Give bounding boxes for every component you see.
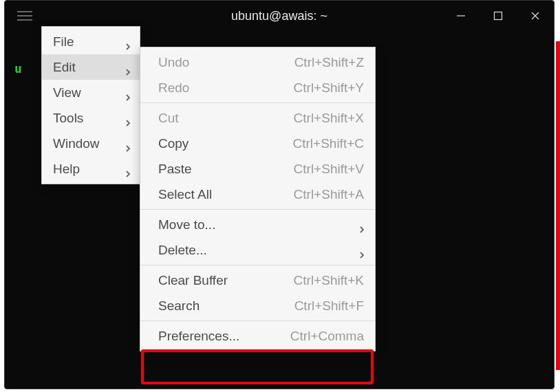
edit-cut[interactable]: Cut Ctrl+Shift+X	[140, 105, 375, 131]
menu-item-tools[interactable]: Tools	[42, 105, 140, 131]
menu-label: Window	[53, 136, 100, 151]
svg-rect-4	[495, 12, 502, 20]
menu-label: Delete...	[158, 243, 207, 258]
edit-delete[interactable]: Delete...	[140, 237, 375, 263]
chevron-right-icon	[125, 39, 131, 45]
window-controls	[442, 1, 554, 31]
menu-label: Clear Buffer	[158, 273, 228, 288]
window-title: ubuntu@awais: ~	[231, 9, 327, 23]
chevron-right-icon	[125, 115, 131, 122]
edit-preferences[interactable]: Preferences... Ctrl+Comma	[140, 323, 375, 349]
menu-separator	[140, 209, 375, 210]
menu-shortcut: Ctrl+Shift+X	[294, 111, 364, 126]
menu-icon[interactable]	[17, 10, 32, 24]
chevron-right-icon	[125, 166, 131, 173]
menu-shortcut: Ctrl+Shift+K	[294, 273, 364, 288]
menu-label: Preferences...	[158, 329, 239, 344]
annotation-red-bar	[556, 41, 560, 370]
menu-label: Move to...	[158, 217, 215, 232]
chevron-right-icon	[358, 247, 365, 254]
menu-item-view[interactable]: View	[42, 80, 140, 105]
menu-separator	[140, 265, 375, 265]
menu-separator	[140, 102, 375, 103]
edit-submenu: Undo Ctrl+Shift+Z Redo Ctrl+Shift+Y Cut …	[140, 47, 376, 351]
edit-redo[interactable]: Redo Ctrl+Shift+Y	[140, 75, 375, 100]
menu-label: Tools	[53, 111, 83, 126]
chevron-right-icon	[125, 89, 131, 96]
menu-item-window[interactable]: Window	[42, 131, 140, 156]
menu-label: Search	[158, 298, 200, 314]
menu-shortcut: Ctrl+Shift+Y	[294, 80, 364, 96]
edit-copy[interactable]: Copy Ctrl+Shift+C	[140, 131, 375, 156]
menu-item-help[interactable]: Help	[42, 156, 140, 182]
menu-item-edit[interactable]: Edit	[42, 54, 140, 80]
menu-label: Edit	[53, 60, 76, 75]
menu-label: Undo	[158, 55, 189, 70]
menu-shortcut: Ctrl+Shift+C	[293, 136, 364, 151]
menu-label: File	[53, 34, 74, 50]
menu-label: Paste	[158, 162, 192, 177]
main-menu-popup: File Edit View Tools Window Help	[41, 26, 140, 184]
chevron-right-icon	[125, 64, 131, 71]
edit-select-all[interactable]: Select All Ctrl+Shift+A	[140, 182, 375, 207]
maximize-button[interactable]	[480, 1, 517, 31]
menu-label: Copy	[158, 136, 189, 151]
edit-move-to[interactable]: Move to...	[140, 212, 375, 237]
menu-label: View	[53, 85, 81, 100]
menu-shortcut: Ctrl+Comma	[290, 329, 364, 344]
edit-paste[interactable]: Paste Ctrl+Shift+V	[140, 156, 375, 182]
chevron-right-icon	[358, 221, 365, 228]
chevron-right-icon	[125, 140, 131, 147]
menu-label: Select All	[158, 187, 212, 202]
menu-shortcut: Ctrl+Shift+V	[294, 162, 364, 177]
edit-undo[interactable]: Undo Ctrl+Shift+Z	[140, 50, 375, 75]
terminal-prompt: u	[14, 61, 22, 76]
menu-shortcut: Ctrl+Shift+Z	[294, 55, 364, 70]
menu-label: Redo	[158, 80, 189, 96]
menu-item-file[interactable]: File	[42, 29, 140, 54]
minimize-button[interactable]	[442, 1, 480, 31]
menu-shortcut: Ctrl+Shift+F	[294, 298, 364, 314]
close-button[interactable]	[517, 1, 554, 31]
menu-label: Help	[53, 162, 80, 177]
menu-label: Cut	[158, 111, 179, 126]
edit-clear-buffer[interactable]: Clear Buffer Ctrl+Shift+K	[140, 268, 375, 293]
edit-search[interactable]: Search Ctrl+Shift+F	[140, 293, 375, 318]
menu-separator	[140, 320, 375, 321]
menu-shortcut: Ctrl+Shift+A	[294, 187, 364, 202]
